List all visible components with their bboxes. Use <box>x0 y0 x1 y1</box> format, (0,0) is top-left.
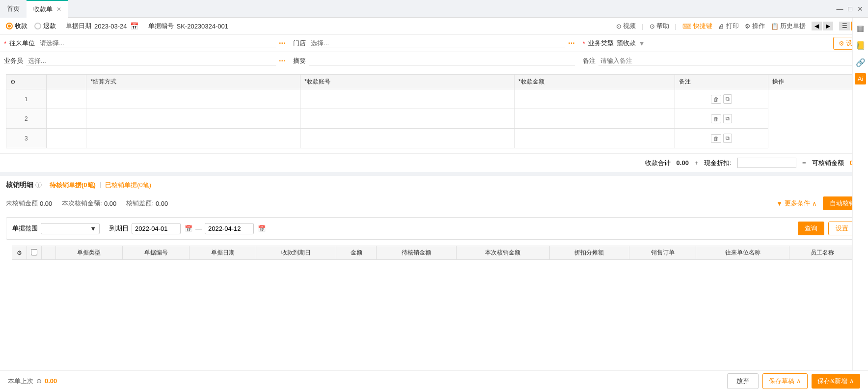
save-new-arrow-icon: ∧ <box>849 377 854 385</box>
diff-stat: 核销差额: 0.00 <box>126 199 168 208</box>
settlement-input-2[interactable] <box>47 109 86 128</box>
prev-arrow[interactable]: ◀ <box>812 22 822 30</box>
query-btn[interactable]: 查询 <box>798 222 824 235</box>
minimize-button[interactable]: — <box>837 5 843 13</box>
staff-input[interactable] <box>26 56 276 66</box>
diff-label: 核销差额: <box>126 199 154 208</box>
bill-date-value[interactable]: 2023-03-24 <box>94 23 127 30</box>
abandon-button[interactable]: 放弃 <box>727 373 759 389</box>
date-separator: — <box>195 225 202 232</box>
set-btn[interactable]: 设置 <box>828 222 856 235</box>
row-1-settlement[interactable] <box>46 89 86 109</box>
bth-settings[interactable]: ⚙ <box>12 246 27 260</box>
row-1-amount[interactable] <box>300 89 515 109</box>
counterpart-more-btn[interactable]: ··· <box>279 39 285 48</box>
row-num-2: 2 <box>6 109 47 129</box>
shortcut-btn[interactable]: ⌨ 快捷键 <box>682 22 712 30</box>
staff-more-btn[interactable]: ··· <box>279 56 285 65</box>
remark-input-1[interactable] <box>515 89 675 109</box>
due-date-start-input[interactable] <box>132 223 181 234</box>
bth-number: 单据类型 <box>55 246 122 260</box>
due-date-field: 到期日 📅 — 📅 <box>109 223 266 234</box>
next-arrow[interactable]: ▶ <box>823 22 833 30</box>
row-2-remark[interactable] <box>514 109 675 129</box>
copy-row-3-btn[interactable]: ⧉ <box>723 134 732 143</box>
store-input[interactable] <box>309 38 565 48</box>
delete-row-2-btn[interactable]: 🗑 <box>711 114 721 123</box>
more-conditions-btn[interactable]: ▼ 更多条件 ∧ <box>776 199 817 208</box>
list-view-icon[interactable]: ☰ <box>839 22 850 30</box>
row-1-account[interactable] <box>86 89 300 109</box>
due-date-start-calendar-icon[interactable]: 📅 <box>185 225 192 232</box>
due-date-end-input[interactable] <box>205 223 254 234</box>
save-new-button[interactable]: 保存&新增 ∧ <box>812 374 860 389</box>
history-btn[interactable]: 📋 历史单据 <box>771 22 806 30</box>
amount-input-2[interactable] <box>300 109 514 128</box>
bill-no-value[interactable]: SK-20230324-001 <box>177 23 229 30</box>
close-button[interactable]: ✕ <box>857 5 863 13</box>
circle-icon: ⊙ <box>616 23 622 30</box>
row-2-settlement[interactable] <box>46 109 86 129</box>
info-icon[interactable]: ⓘ <box>35 181 42 190</box>
row-3-amount[interactable] <box>300 129 515 148</box>
account-input-3[interactable] <box>86 129 300 148</box>
sidebar-ai-icon[interactable]: Ai <box>855 73 867 84</box>
sidebar-link-icon[interactable]: 🔗 <box>854 56 868 69</box>
row-1-remark[interactable] <box>514 89 675 109</box>
tab-close-icon[interactable]: ✕ <box>56 6 61 13</box>
business-type-dropdown-icon[interactable]: ▼ <box>639 40 645 47</box>
sidebar-book-icon[interactable]: 📒 <box>854 39 868 52</box>
radio-receipt[interactable]: 收款 <box>6 22 27 30</box>
business-type-value[interactable]: 预收款 <box>617 39 636 48</box>
settlement-input-1[interactable] <box>47 89 86 109</box>
summary-input[interactable] <box>309 56 574 66</box>
radio-refund[interactable]: 退款 <box>34 22 56 30</box>
bill-range-select[interactable]: ▼ <box>41 223 100 234</box>
row-3-account[interactable] <box>86 129 300 148</box>
print-btn[interactable]: 🖨 打印 <box>718 22 739 30</box>
remark-field: 备注 <box>579 54 868 68</box>
current-reconcile-stat: 本次核销金额: 0.00 <box>62 199 116 208</box>
remark-input[interactable] <box>598 56 864 66</box>
counterpart-input[interactable] <box>38 38 276 48</box>
bth-checkbox[interactable] <box>27 246 42 260</box>
row-3-actions: 🗑 ⧉ <box>675 129 768 148</box>
discount-input[interactable] <box>737 158 796 168</box>
keyboard-icon: ⌨ <box>682 23 692 30</box>
pending-tab[interactable]: 待核销单据(0笔) <box>48 181 98 190</box>
delete-row-3-btn[interactable]: 🗑 <box>711 134 721 143</box>
row-3-remark[interactable] <box>514 129 675 148</box>
remark-input-2[interactable] <box>515 109 675 128</box>
maximize-button[interactable]: □ <box>848 5 852 13</box>
amount-input-3[interactable] <box>300 129 514 148</box>
save-draft-button[interactable]: 保存草稿 ∧ <box>762 373 808 389</box>
video-btn[interactable]: ⊙ 视频 <box>616 22 636 30</box>
sidebar-table-icon[interactable]: ▦ <box>855 22 866 35</box>
th-settings[interactable]: ⚙ <box>6 75 47 89</box>
calendar-icon[interactable]: 📅 <box>130 22 138 30</box>
settlement-input-3[interactable] <box>47 129 86 148</box>
account-input-1[interactable] <box>86 89 300 109</box>
row-2-account[interactable] <box>86 109 300 129</box>
section-divider <box>0 172 868 176</box>
due-date-end-calendar-icon[interactable]: 📅 <box>258 225 266 232</box>
help-btn[interactable]: ⊙ 帮助 <box>650 22 669 30</box>
th-settlement: *结算方式 <box>86 75 300 89</box>
operation-btn[interactable]: ⚙ 操作 <box>745 22 765 30</box>
row-3-settlement[interactable] <box>46 129 86 148</box>
copy-row-2-btn[interactable]: ⧉ <box>723 114 732 123</box>
select-all-checkbox[interactable] <box>31 249 37 255</box>
counterpart-required: * <box>4 40 6 47</box>
copy-row-1-btn[interactable]: ⧉ <box>723 94 732 104</box>
store-more-btn[interactable]: ··· <box>568 39 574 48</box>
tab-receipt[interactable]: 收款单 ✕ <box>27 0 68 18</box>
remark-input-3[interactable] <box>515 129 675 148</box>
amount-input-1[interactable] <box>300 89 514 109</box>
account-input-2[interactable] <box>86 109 300 128</box>
nav-arrows: ◀ ▶ <box>812 22 833 30</box>
delete-row-1-btn[interactable]: 🗑 <box>711 95 721 104</box>
row-2-amount[interactable] <box>300 109 515 129</box>
tab-home[interactable]: 首页 <box>0 0 27 18</box>
operation-icon: ⚙ <box>745 23 751 30</box>
done-tab[interactable]: 已核销单据(0笔) <box>103 181 153 190</box>
